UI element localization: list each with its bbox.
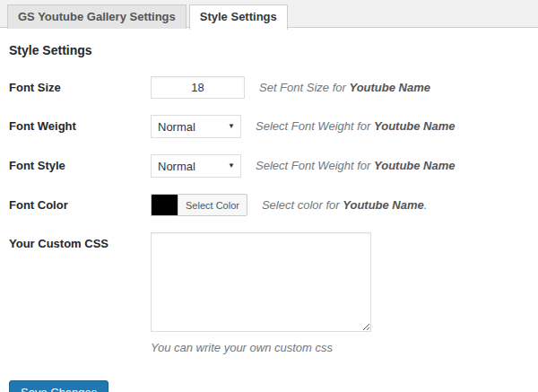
- font-weight-label: Font Weight: [9, 115, 151, 133]
- custom-css-textarea[interactable]: [151, 232, 371, 332]
- font-style-help: Select Font Weight for Youtube Name: [256, 154, 456, 172]
- font-weight-row: Font Weight Normal ▼ Select Font Weight …: [9, 115, 527, 138]
- custom-css-help: You can write your own custom css: [151, 341, 371, 354]
- font-style-row: Font Style Normal ▼ Select Font Weight f…: [9, 154, 527, 178]
- page-title: Style Settings: [9, 43, 527, 57]
- custom-css-label: Your Custom CSS: [9, 232, 151, 250]
- color-picker-button[interactable]: Select Color: [151, 194, 247, 216]
- font-style-select[interactable]: Normal: [151, 154, 241, 178]
- font-color-help: Select color for Youtube Name.: [262, 194, 427, 212]
- font-weight-help: Select Font Weight for Youtube Name: [256, 115, 456, 133]
- tab-bar: GS Youtube Gallery SettingsStyle Setting…: [0, 0, 538, 28]
- tab-gs-youtube-gallery-settings[interactable]: GS Youtube Gallery Settings: [7, 4, 187, 29]
- custom-css-row: Your Custom CSS You can write your own c…: [9, 232, 527, 354]
- settings-panel: Style Settings Font Size Set Font Size f…: [0, 28, 538, 392]
- tab-style-settings[interactable]: Style Settings: [189, 4, 288, 30]
- font-weight-select[interactable]: Normal: [151, 115, 241, 138]
- font-size-input[interactable]: [151, 76, 245, 99]
- font-size-row: Font Size Set Font Size for Youtube Name: [9, 76, 527, 99]
- font-style-label: Font Style: [9, 154, 151, 172]
- font-color-label: Font Color: [9, 194, 151, 212]
- select-color-button-label: Select Color: [178, 194, 247, 216]
- color-swatch: [151, 194, 178, 216]
- save-changes-button[interactable]: Save Changes: [9, 380, 108, 392]
- font-color-row: Font Color Select Color Select color for…: [9, 194, 527, 216]
- font-size-help: Set Font Size for Youtube Name: [259, 76, 430, 94]
- font-size-label: Font Size: [9, 76, 151, 94]
